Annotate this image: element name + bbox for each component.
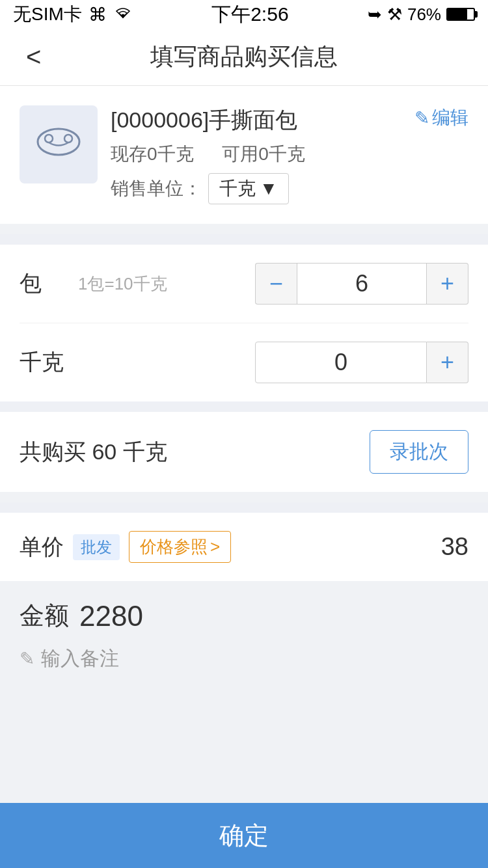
- svg-point-1: [45, 135, 53, 142]
- remark-row[interactable]: ✎ 输入备注: [20, 645, 468, 672]
- batch-tag: 批发: [73, 534, 120, 560]
- amount-value: 2280: [79, 600, 143, 632]
- wifi-signal: [113, 4, 133, 25]
- package-label: 包: [20, 269, 72, 299]
- package-plus-button[interactable]: +: [427, 263, 468, 305]
- kg-plus-button[interactable]: +: [427, 342, 468, 383]
- section-divider-3: [0, 502, 488, 513]
- product-info: [0000006]手撕面包 ✎ 编辑 现存0千克 可用0千克 销售单位： 千克 …: [111, 105, 468, 204]
- carrier-text: 无SIM卡: [13, 2, 82, 27]
- section-divider-1: [0, 234, 488, 245]
- record-batch-button[interactable]: 录批次: [370, 430, 468, 474]
- page-title: 填写商品购买信息: [150, 41, 338, 73]
- confirm-bar[interactable]: 确定: [0, 803, 488, 868]
- edit-button[interactable]: ✎ 编辑: [414, 105, 468, 130]
- total-amount: 60: [92, 439, 116, 464]
- alarm-icon: ⚒: [387, 5, 402, 25]
- price-label: 单价: [20, 532, 64, 562]
- confirm-text: 确定: [219, 819, 269, 852]
- unit-label: 销售单位：: [111, 176, 202, 201]
- pencil-icon: ✎: [20, 648, 34, 670]
- kg-row: 千克 +: [20, 323, 468, 401]
- package-input[interactable]: [297, 263, 427, 305]
- product-logo: [36, 126, 81, 164]
- edit-label: 编辑: [432, 105, 468, 130]
- package-row: 包 1包=10千克 − +: [20, 245, 468, 323]
- kg-controls: +: [255, 342, 468, 383]
- status-left: 无SIM卡 ⌘: [13, 2, 133, 27]
- price-ref-label: 价格参照: [140, 536, 208, 558]
- total-text: 共购买 60 千克: [20, 437, 167, 467]
- product-header: [0000006]手撕面包 ✎ 编辑: [111, 105, 468, 135]
- total-unit: 千克: [123, 439, 167, 464]
- spacer: [198, 144, 217, 164]
- amount-section: 金额 2280 ✎ 输入备注: [0, 581, 488, 683]
- available-text: 可用0千克: [222, 144, 305, 164]
- product-name: [0000006]手撕面包: [111, 105, 414, 135]
- product-unit-row: 销售单位： 千克 ▼: [111, 173, 468, 204]
- product-stock: 现存0千克 可用0千克: [111, 142, 468, 167]
- back-button[interactable]: <: [20, 36, 47, 78]
- unit-dropdown-icon: ▼: [260, 178, 278, 199]
- nav-bar: < 填写商品购买信息: [0, 29, 488, 86]
- amount-label: 金额: [20, 599, 69, 632]
- section-divider-2: [0, 401, 488, 412]
- unit-value: 千克: [219, 176, 256, 201]
- price-value: 38: [441, 533, 468, 561]
- product-card: [0000006]手撕面包 ✎ 编辑 现存0千克 可用0千克 销售单位： 千克 …: [0, 86, 488, 224]
- package-controls: − +: [255, 263, 468, 305]
- battery-indicator: [446, 8, 475, 21]
- price-ref-arrow: >: [210, 537, 220, 557]
- edit-icon: ✎: [414, 107, 429, 129]
- total-prefix: 共购买: [20, 439, 86, 464]
- location-icon: ➥: [368, 5, 382, 25]
- price-label-group: 单价 批发 价格参照 >: [20, 531, 231, 563]
- remark-label: 输入备注: [41, 645, 119, 672]
- kg-input[interactable]: [255, 342, 427, 383]
- price-row: 单价 批发 价格参照 > 38: [20, 531, 468, 563]
- input-section: 包 1包=10千克 − + 千克 +: [0, 245, 488, 401]
- package-hint: 1包=10千克: [78, 273, 255, 295]
- package-minus-button[interactable]: −: [255, 263, 297, 305]
- stock-text: 现存0千克: [111, 144, 194, 164]
- total-section: 共购买 60 千克 录批次: [0, 412, 488, 492]
- unit-select[interactable]: 千克 ▼: [208, 173, 289, 204]
- svg-point-0: [38, 129, 79, 155]
- kg-label: 千克: [20, 347, 72, 377]
- status-bar: 无SIM卡 ⌘ 下午2:56 ➥ ⚒ 76%: [0, 0, 488, 29]
- amount-row: 金额 2280: [20, 599, 468, 632]
- price-ref-button[interactable]: 价格参照 >: [129, 531, 231, 563]
- status-time: 下午2:56: [211, 1, 288, 28]
- svg-point-2: [64, 135, 72, 142]
- status-right: ➥ ⚒ 76%: [368, 5, 475, 25]
- price-section: 单价 批发 价格参照 > 38: [0, 513, 488, 581]
- product-image: [20, 105, 98, 183]
- wifi-icon: ⌘: [88, 4, 107, 25]
- battery-percent: 76%: [407, 5, 441, 25]
